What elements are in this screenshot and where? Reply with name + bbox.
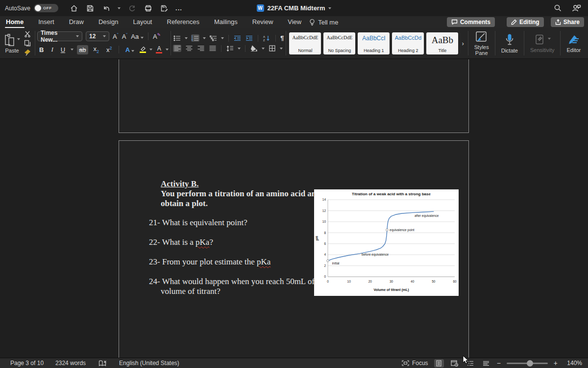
more-styles-chevron-icon[interactable]: › xyxy=(461,40,465,47)
document-title[interactable]: 22FA CMB Midterm xyxy=(268,4,325,12)
svg-text:A: A xyxy=(263,35,265,38)
font-name-select[interactable]: Times New... xyxy=(37,31,82,41)
strikethrough-button[interactable]: ab xyxy=(77,45,88,54)
bullets-button[interactable] xyxy=(173,34,181,42)
multilevel-list-button[interactable] xyxy=(209,34,218,42)
more-commands-icon[interactable]: ... xyxy=(175,4,182,12)
page-3[interactable]: Activity B. You perform a titration of a… xyxy=(119,140,469,358)
align-left-button[interactable] xyxy=(173,45,181,52)
undo-icon[interactable] xyxy=(101,3,111,13)
style-no-spacing[interactable]: AaBbCcDdE No Spacing xyxy=(323,32,355,54)
show-formatting-button[interactable]: ¶ xyxy=(280,34,284,42)
zoom-slider-knob[interactable] xyxy=(527,360,533,367)
font-color-chevron-icon[interactable] xyxy=(166,49,169,51)
draft-view-icon[interactable] xyxy=(481,359,491,368)
print-icon[interactable] xyxy=(143,3,153,13)
web-layout-view-icon[interactable] xyxy=(450,359,460,368)
numbering-chevron-icon[interactable] xyxy=(203,37,206,39)
page-2-bottom[interactable] xyxy=(119,59,469,133)
tab-design[interactable]: Design xyxy=(98,17,119,27)
underline-chevron-icon[interactable] xyxy=(71,49,74,51)
decrease-indent-button[interactable] xyxy=(233,34,242,42)
tab-layout[interactable]: Layout xyxy=(132,17,153,27)
style-normal[interactable]: AaBbCcDdE Normal xyxy=(289,32,321,54)
tab-home[interactable]: Home xyxy=(5,17,24,27)
highlight-chevron-icon[interactable] xyxy=(149,49,152,51)
style-heading-2[interactable]: AaBbCcDd Heading 2 xyxy=(392,32,424,54)
numbering-button[interactable]: 123 xyxy=(191,34,199,42)
format-painter-icon[interactable] xyxy=(23,49,32,56)
contact-presence-icon[interactable] xyxy=(572,4,581,12)
share-button[interactable]: Share xyxy=(551,17,584,27)
multilevel-chevron-icon[interactable] xyxy=(221,37,224,39)
borders-chevron-icon[interactable] xyxy=(280,48,283,50)
focus-button[interactable]: Focus xyxy=(402,360,428,367)
titration-chart-image[interactable]: 024681012140102030405060initialbefore eq… xyxy=(314,189,459,296)
dictate-button[interactable]: Dictate xyxy=(497,28,522,58)
comments-button[interactable]: Comments xyxy=(447,17,495,27)
document-text-block[interactable]: Activity B. You perform a titration of a… xyxy=(149,179,325,296)
italic-button[interactable]: I xyxy=(49,45,55,54)
font-size-select[interactable]: 12 xyxy=(86,31,109,41)
print-layout-view-icon[interactable] xyxy=(434,359,444,368)
language-indicator[interactable]: English (United States) xyxy=(119,360,179,367)
paste-button[interactable]: Paste xyxy=(4,33,20,53)
paste-chevron-icon[interactable] xyxy=(17,38,20,40)
word-count[interactable]: 2324 words xyxy=(55,360,86,367)
style-title[interactable]: AaBb Title xyxy=(426,32,458,54)
page-indicator[interactable]: Page 3 of 10 xyxy=(10,360,44,367)
bold-button[interactable]: B xyxy=(37,45,46,54)
bullets-chevron-icon[interactable] xyxy=(185,37,188,39)
zoom-in-button[interactable]: + xyxy=(554,359,558,367)
tab-view[interactable]: View xyxy=(287,17,302,27)
shading-chevron-icon[interactable] xyxy=(262,48,265,50)
style-heading-1[interactable]: AaBbCcI Heading 1 xyxy=(358,32,390,54)
intro-line-1: You perform a titration of an amino acid… xyxy=(161,189,325,199)
zoom-out-button[interactable]: − xyxy=(497,359,501,367)
highlight-button[interactable] xyxy=(140,46,146,53)
sort-button[interactable]: AZ xyxy=(263,34,271,42)
line-spacing-button[interactable] xyxy=(226,45,234,52)
save-as-icon[interactable] xyxy=(159,3,169,13)
zoom-slider[interactable] xyxy=(507,363,548,364)
text-effects-button[interactable]: A xyxy=(123,45,137,54)
tab-mailings[interactable]: Mailings xyxy=(213,17,239,27)
superscript-button[interactable]: x2 xyxy=(104,45,114,54)
autosave-switch[interactable]: OFF xyxy=(34,4,58,12)
zoom-level[interactable]: 140% xyxy=(564,360,582,367)
proofing-errors-icon[interactable] xyxy=(98,359,107,368)
search-icon[interactable] xyxy=(554,4,562,12)
tell-me[interactable]: Tell me xyxy=(309,19,338,26)
styles-pane-button[interactable]: StylesPane xyxy=(470,28,493,58)
save-icon[interactable] xyxy=(85,3,95,13)
shrink-font-button[interactable]: Aˇ xyxy=(122,32,128,40)
shading-button[interactable] xyxy=(250,45,258,52)
home-icon[interactable] xyxy=(69,3,79,13)
align-center-button[interactable] xyxy=(185,45,193,52)
font-color-button[interactable]: A xyxy=(156,46,162,53)
editing-button[interactable]: Editing xyxy=(507,17,544,27)
justify-button[interactable] xyxy=(208,45,217,52)
increase-indent-button[interactable] xyxy=(245,34,253,42)
title-chevron-icon[interactable] xyxy=(328,7,331,9)
tab-draw[interactable]: Draw xyxy=(68,17,85,27)
cut-icon[interactable] xyxy=(23,30,32,38)
tab-references[interactable]: References xyxy=(166,17,200,27)
clear-formatting-button[interactable]: A✎ xyxy=(153,32,161,40)
line-spacing-chevron-icon[interactable] xyxy=(238,48,241,50)
undo-chevron-icon[interactable] xyxy=(118,7,121,9)
tab-review[interactable]: Review xyxy=(251,17,274,27)
borders-button[interactable] xyxy=(268,45,276,52)
change-case-button[interactable]: Aa xyxy=(131,33,144,40)
outline-view-icon[interactable] xyxy=(466,359,475,368)
tab-insert[interactable]: Insert xyxy=(37,17,55,27)
autosave-toggle[interactable]: AutoSave OFF xyxy=(5,4,58,12)
subscript-button[interactable]: x2 xyxy=(92,44,101,55)
grow-font-button[interactable]: Aˆ xyxy=(113,32,119,40)
editor-button[interactable]: Editor xyxy=(563,28,585,58)
align-right-button[interactable] xyxy=(196,45,205,52)
copy-icon[interactable] xyxy=(23,40,32,47)
style-sample: AaBbCcDdE xyxy=(327,35,353,40)
svg-text:3: 3 xyxy=(192,39,193,41)
underline-button[interactable]: U xyxy=(59,45,67,54)
